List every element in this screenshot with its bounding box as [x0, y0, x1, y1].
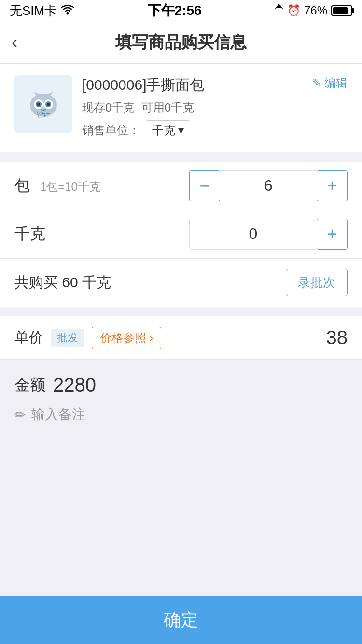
bao-label: 包 1包=10千克 — [14, 175, 189, 196]
battery-pct-text: 76% — [304, 4, 327, 17]
battery-icon — [331, 5, 352, 16]
amount-row: 金额 2280 — [14, 374, 348, 396]
edit-button[interactable]: ✎ 编辑 — [312, 75, 348, 91]
bao-sublabel: 1包=10千克 — [40, 180, 101, 193]
kg-plus-button[interactable]: + — [317, 219, 348, 250]
svg-point-6 — [37, 103, 40, 106]
product-image: 智计 — [14, 75, 72, 133]
product-card: 智计 [0000006]手撕面包 现存0千克 可用0千克 销售单位： 千克 ▾ … — [0, 64, 362, 152]
product-info: [0000006]手撕面包 现存0千克 可用0千克 销售单位： 千克 ▾ — [82, 75, 348, 140]
carrier-text: 无SIM卡 — [10, 2, 57, 19]
price-badge: 批发 — [51, 329, 84, 347]
price-ref-button[interactable]: 价格参照 › — [92, 327, 161, 349]
product-stock: 现存0千克 可用0千克 — [82, 100, 348, 115]
price-ref-arrow: › — [149, 331, 153, 345]
confirm-button[interactable]: 确定 — [164, 608, 198, 632]
chevron-down-icon: ▾ — [178, 124, 184, 137]
main-content: 智计 [0000006]手撕面包 现存0千克 可用0千克 销售单位： 千克 ▾ … — [0, 64, 362, 596]
svg-point-7 — [47, 103, 50, 106]
bao-quantity-input[interactable] — [220, 170, 317, 201]
status-bar: 无SIM卡 下午2:56 ⏰ 76% — [0, 0, 362, 21]
price-label: 单价 — [14, 328, 43, 348]
alarm-icon: ⏰ — [287, 4, 300, 17]
svg-point-0 — [67, 12, 69, 14]
status-right: ⏰ 76% — [275, 4, 352, 17]
status-left: 无SIM卡 — [10, 2, 74, 19]
wifi-icon — [61, 3, 74, 18]
nav-bar: ‹ 填写商品购买信息 — [0, 21, 362, 64]
section-divider-1 — [0, 152, 362, 162]
edit-icon: ✎ — [312, 76, 321, 90]
confirm-bar: 确定 — [0, 596, 362, 644]
product-unit-row: 销售单位： 千克 ▾ — [82, 120, 348, 140]
unit-label: 销售单位： — [82, 123, 140, 138]
note-row[interactable]: ✏ 输入备注 — [14, 406, 348, 424]
kg-label: 千克 — [14, 224, 189, 245]
price-value: 38 — [326, 327, 348, 349]
bao-quantity-control: − + — [189, 170, 348, 201]
kg-quantity-input[interactable] — [189, 219, 317, 250]
page-title: 填写商品购买信息 — [115, 31, 247, 54]
note-placeholder: 输入备注 — [31, 406, 85, 424]
back-button[interactable]: ‹ — [12, 32, 17, 53]
pencil-icon: ✏ — [14, 407, 26, 423]
kg-row: 千克 + — [0, 210, 362, 258]
bao-plus-button[interactable]: + — [317, 170, 348, 201]
amount-value: 2280 — [53, 374, 96, 396]
bao-minus-button[interactable]: − — [189, 170, 220, 201]
page-spacer — [0, 434, 362, 596]
product-name: [0000006]手撕面包 — [82, 75, 348, 95]
amount-section: 金额 2280 ✏ 输入备注 — [0, 360, 362, 434]
total-row: 共购买 60 千克 录批次 — [0, 258, 362, 307]
amount-label: 金额 — [14, 375, 45, 396]
location-icon — [275, 4, 283, 17]
price-section: 单价 批发 价格参照 › 38 — [0, 316, 362, 360]
unit-select[interactable]: 千克 ▾ — [146, 120, 190, 140]
batch-button[interactable]: 录批次 — [286, 269, 348, 296]
input-section: 包 1包=10千克 − + 千克 + — [0, 162, 362, 258]
svg-text:智计: 智计 — [37, 111, 50, 118]
price-row: 单价 批发 价格参照 › 38 — [0, 316, 362, 360]
bao-row: 包 1包=10千克 − + — [0, 162, 362, 210]
total-label: 共购买 60 千克 — [14, 273, 286, 293]
kg-quantity-control: + — [189, 219, 348, 250]
section-divider-2 — [0, 307, 362, 316]
status-time: 下午2:56 — [148, 1, 202, 20]
